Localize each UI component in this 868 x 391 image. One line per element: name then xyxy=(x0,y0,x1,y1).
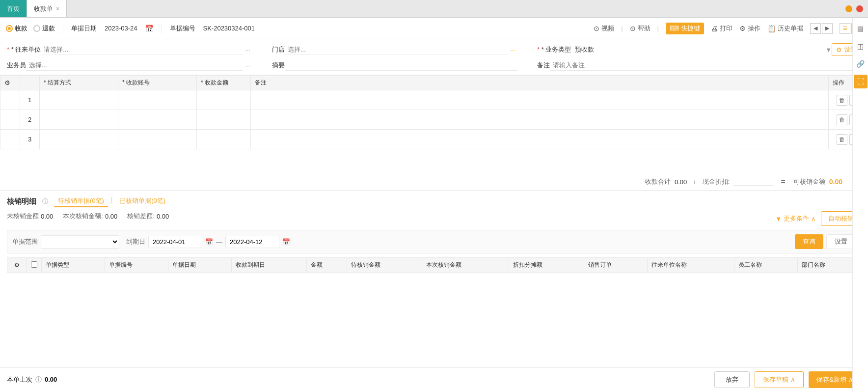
gear-icon: ⚙ xyxy=(4,79,10,86)
table-row: 3 🗑 ⊕ xyxy=(0,130,868,149)
radio-dot-collection xyxy=(8,27,11,30)
table-cell-account-3[interactable] xyxy=(118,130,197,149)
footer: 本单上次 ⓘ 0.00 放弃 保存草稿 ∧ 保存&新增 ∧ xyxy=(0,367,868,391)
operation-item[interactable]: ⚙ 操作 xyxy=(739,24,760,33)
delete-row-1-button[interactable]: 🗑 xyxy=(837,95,847,106)
calendar-to-icon[interactable]: 📅 xyxy=(282,238,290,246)
range-select[interactable] xyxy=(41,235,119,249)
calendar-from-icon[interactable]: 📅 xyxy=(205,238,213,246)
table-cell-settle-3[interactable] xyxy=(40,130,118,149)
select-all-checkbox[interactable] xyxy=(31,261,37,268)
summary-input[interactable] xyxy=(285,60,517,71)
sidebar-icon-link[interactable]: 🔗 xyxy=(854,57,868,71)
table-cell-settle-2[interactable] xyxy=(40,110,118,130)
counterparty-input[interactable] xyxy=(41,44,243,55)
date-range: 📅 — 📅 xyxy=(148,236,290,248)
business-type-selector: 预收款 ▼ xyxy=(571,45,832,54)
total-label: 收款合计 xyxy=(645,177,671,186)
current-label: 本次核销金额: xyxy=(63,212,103,221)
tab-done[interactable]: 已核销单据(0笔) xyxy=(115,196,169,207)
delete-row-3-button[interactable]: 🗑 xyxy=(837,134,847,145)
hexiao-stats: 未核销金额 0.00 本次核销金额: 0.00 核销差额: 0.00 xyxy=(7,212,169,221)
draft-label: 保存草稿 xyxy=(763,375,788,384)
due-date-label: 到期日 xyxy=(126,237,145,246)
more-conditions-button[interactable]: ▼ 更多条件 ∧ xyxy=(775,214,816,223)
print-item[interactable]: 🖨 打印 xyxy=(711,24,732,33)
video-item[interactable]: ⊙ 视频 xyxy=(594,24,614,33)
table-header-gear[interactable]: ⚙ xyxy=(0,76,20,90)
bottom-header-checkbox[interactable] xyxy=(27,258,42,273)
table-cell-note-3[interactable] xyxy=(251,130,829,149)
table-cell-account-2[interactable] xyxy=(118,110,197,130)
nav-next-button[interactable]: ▶ xyxy=(822,23,833,34)
window-controls xyxy=(845,5,863,12)
hexiao-info-icon[interactable]: ⓘ xyxy=(42,197,48,206)
bottom-header-discount: 折扣分摊额 xyxy=(509,258,584,273)
table-cell-account-1[interactable] xyxy=(118,90,197,110)
filter-settings-button[interactable]: 设置 xyxy=(826,234,856,249)
sidebar-icon-layout[interactable]: ◫ xyxy=(854,39,868,53)
table-cell-amount-2[interactable] xyxy=(197,110,251,130)
table-cell-amount-3[interactable] xyxy=(197,130,251,149)
save-draft-button[interactable]: 保存草稿 ∧ xyxy=(755,371,804,388)
store-more-button[interactable]: ··· xyxy=(508,46,517,54)
window-close-button[interactable] xyxy=(856,5,863,12)
sidebar-icon-expand[interactable]: ⛶ xyxy=(854,75,868,88)
bottom-header-gear[interactable]: ⚙ xyxy=(7,258,27,273)
page-value: 0.00 xyxy=(45,376,57,383)
separator-2: | xyxy=(657,25,659,32)
tab-home[interactable]: 首页 xyxy=(0,0,27,17)
footer-right: 放弃 保存草稿 ∧ 保存&新增 ∧ xyxy=(714,371,861,388)
history-icon: 📋 xyxy=(767,25,776,32)
bottom-header-pending: 待核销金额 xyxy=(347,258,422,273)
radio-refund[interactable]: 退款 xyxy=(33,24,55,33)
date-to-input[interactable] xyxy=(225,236,279,248)
window-minimize-button[interactable] xyxy=(845,5,852,12)
query-button[interactable]: 查询 xyxy=(795,234,823,249)
counterparty-more-button[interactable]: ··· xyxy=(243,46,252,54)
delete-row-2-button[interactable]: 🗑 xyxy=(837,114,847,125)
shortcut-icon: ⌨ xyxy=(670,25,679,32)
table-cell-settle-1[interactable] xyxy=(40,90,118,110)
radio-collection[interactable]: 收款 xyxy=(6,24,27,33)
layout-list-button[interactable]: ☰ xyxy=(840,23,850,34)
help-icon: ⊙ xyxy=(630,25,636,32)
tab-collection[interactable]: 收款单 × xyxy=(27,0,67,17)
staff-more-button[interactable]: ··· xyxy=(243,62,252,69)
store-field: 门店 ··· xyxy=(272,44,517,55)
summary-label: 摘要 xyxy=(272,61,285,70)
tab-pending[interactable]: 待核销单据(0笔) xyxy=(54,196,108,207)
current-value: 0.00 xyxy=(105,213,117,220)
help-item[interactable]: ⊙ 帮助 xyxy=(630,24,651,33)
date-range-separator: — xyxy=(216,238,222,246)
history-item[interactable]: 📋 历史单据 xyxy=(767,24,803,33)
nav-prev-button[interactable]: ◀ xyxy=(810,23,821,34)
form-area: * * 往来单位 ··· 门店 ··· * * 业务类型 预收款 ▼ xyxy=(0,39,868,75)
bottom-header-type: 单据类型 xyxy=(42,258,105,273)
sidebar-icon-table[interactable]: ▤ xyxy=(854,22,868,35)
table-cell-note-1[interactable] xyxy=(251,90,829,110)
store-input[interactable] xyxy=(285,44,508,55)
tab-close-icon[interactable]: × xyxy=(56,5,59,12)
footer-info-icon[interactable]: ⓘ xyxy=(35,375,42,384)
remark-input[interactable] xyxy=(550,60,861,71)
discount-input[interactable] xyxy=(733,178,773,186)
table-cell-amount-1[interactable] xyxy=(197,90,251,110)
toolbar-divider-1 xyxy=(63,24,63,33)
calendar-icon[interactable]: 📅 xyxy=(145,25,154,32)
date-value: 2023-03-24 xyxy=(105,25,137,32)
table-header-note: 备注 xyxy=(251,76,829,90)
table-cell-note-2[interactable] xyxy=(251,110,829,130)
radio-group: 收款 退款 xyxy=(6,24,55,33)
table-header-rownum xyxy=(20,76,40,90)
table-cell-num-2: 2 xyxy=(20,110,40,130)
dropdown-icon[interactable]: ▼ xyxy=(825,46,832,54)
staff-input[interactable] xyxy=(26,60,243,71)
date-from-input[interactable] xyxy=(148,236,202,248)
shortcut-button[interactable]: ⌨ 快捷键 xyxy=(666,23,704,34)
summary-row: 收款合计 0.00 + 现金折扣: = 可核销金额 0.00 xyxy=(0,173,868,191)
abandon-button[interactable]: 放弃 xyxy=(714,371,750,388)
data-table-section: ⚙ * 结算方式 * 收款账号 * 收款金额 备注 操作 1 xyxy=(0,75,868,173)
unverified-value: 0.00 xyxy=(41,213,53,220)
radio-refund-label: 退款 xyxy=(42,24,55,33)
